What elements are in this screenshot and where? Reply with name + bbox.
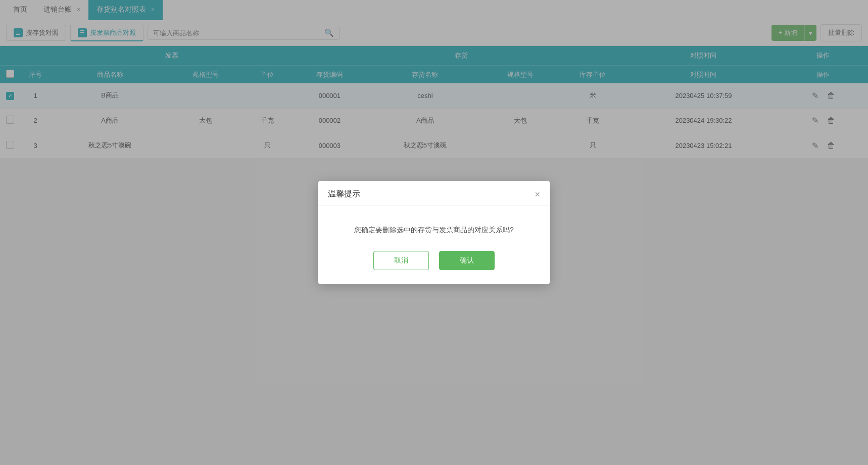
dialog-close-icon[interactable]: × <box>535 190 540 199</box>
dialog-overlay: 温馨提示 × 您确定要删除选中的存货与发票商品的对应关系吗? 取消 确认 <box>0 0 868 465</box>
btn-confirm[interactable]: 确认 <box>439 251 495 270</box>
dialog-body: 您确定要删除选中的存货与发票商品的对应关系吗? <box>318 206 550 245</box>
confirm-dialog: 温馨提示 × 您确定要删除选中的存货与发票商品的对应关系吗? 取消 确认 <box>318 181 550 284</box>
dialog-title: 温馨提示 <box>328 189 360 199</box>
dialog-footer: 取消 确认 <box>318 246 550 284</box>
dialog-message: 您确定要删除选中的存货与发票商品的对应关系吗? <box>354 226 514 234</box>
dialog-header: 温馨提示 × <box>318 181 550 206</box>
btn-cancel[interactable]: 取消 <box>373 251 429 270</box>
